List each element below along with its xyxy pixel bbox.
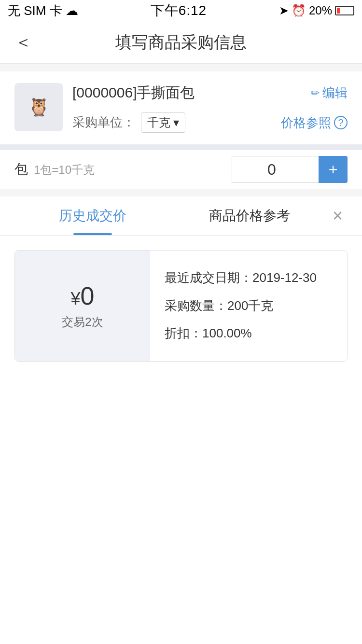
product-section: 🦉 [0000006]手撕面包 ✏ 编辑 采购单位： 千克 ▾: [0, 71, 362, 144]
price-card-left: ¥0 交易2次: [15, 251, 150, 361]
date-value: 2019-12-30: [252, 270, 317, 285]
unit-row: 采购单位： 千克 ▾ 价格参照 ?: [72, 112, 348, 133]
discount-value: 100.00%: [202, 326, 252, 340]
price-transactions: 交易2次: [62, 314, 103, 330]
edit-label: 编辑: [322, 84, 348, 101]
product-info: [0000006]手撕面包 ✏ 编辑 采购单位： 千克 ▾ 价格参照 ?: [72, 83, 348, 133]
tab-price-ref[interactable]: 商品价格参考: [171, 196, 327, 235]
page-rest: [0, 376, 362, 644]
chevron-down-icon: ▾: [173, 116, 179, 129]
card-area: ¥0 交易2次 最近成交日期：2019-12-30 采购数量：200千克 折扣：…: [0, 236, 362, 376]
page-title: 填写商品采购信息: [115, 31, 247, 54]
tab-history-label: 历史成交价: [59, 207, 126, 225]
detail-date-row: 最近成交日期：2019-12-30: [165, 268, 333, 288]
currency-symbol: ¥: [71, 289, 81, 308]
status-time: 下午6:12: [151, 1, 207, 20]
price-ref-icon: ?: [334, 116, 348, 129]
price-ref-button[interactable]: 价格参照 ?: [281, 114, 348, 131]
product-title: 手撕面包: [137, 84, 195, 100]
edit-icon: ✏: [311, 87, 320, 99]
tab-price-ref-label: 商品价格参考: [209, 207, 290, 225]
tab-active-indicator: [73, 233, 112, 235]
product-id: [0000006]: [72, 84, 137, 100]
quantity-label-area: 包 1包=10千克: [14, 160, 95, 179]
close-tab-button[interactable]: ×: [328, 206, 348, 226]
unit-label-area: 采购单位： 千克 ▾: [72, 112, 185, 133]
tab-bar: 历史成交价 商品价格参考 ×: [0, 196, 362, 236]
navigation-icon: ➤: [279, 4, 289, 17]
alarm-icon: ⏰: [292, 4, 306, 17]
status-bar: 无 SIM 卡 ☁ 下午6:12 ➤ ⏰ 20%: [0, 0, 362, 21]
back-button[interactable]: ＜: [14, 30, 32, 54]
quantity-conversion: 1包=10千克: [34, 162, 95, 178]
product-name: [0000006]手撕面包: [72, 83, 195, 103]
product-thumbnail: 🦉: [14, 83, 63, 131]
date-label: 最近成交日期：: [165, 270, 252, 285]
unit-value: 千克: [147, 115, 170, 130]
price-value: 0: [81, 282, 95, 310]
section-divider: [0, 144, 362, 150]
price-card: ¥0 交易2次 最近成交日期：2019-12-30 采购数量：200千克 折扣：…: [14, 250, 348, 362]
unit-label: 采购单位：: [72, 115, 135, 129]
qty-label: 采购数量：: [165, 298, 227, 313]
detail-discount-row: 折扣：100.00%: [165, 323, 333, 344]
quantity-input[interactable]: [232, 156, 319, 183]
product-row: 🦉 [0000006]手撕面包 ✏ 编辑 采购单位： 千克 ▾: [14, 83, 348, 133]
tab-history-price[interactable]: 历史成交价: [14, 196, 171, 235]
tab-section: 历史成交价 商品价格参考 × ¥0 交易2次 最近成交日期：2019-12-30…: [0, 196, 362, 376]
status-left: 无 SIM 卡 ☁: [8, 2, 78, 19]
quantity-section: 包 1包=10千克 +: [0, 150, 362, 189]
qty-value: 200千克: [227, 298, 273, 313]
edit-button[interactable]: ✏ 编辑: [311, 84, 348, 101]
unit-select[interactable]: 千克 ▾: [141, 112, 185, 133]
sim-status: 无 SIM 卡 ☁: [8, 2, 78, 19]
battery-percent: 20%: [309, 4, 332, 17]
price-card-right: 最近成交日期：2019-12-30 采购数量：200千克 折扣：100.00%: [150, 251, 347, 361]
quantity-control: +: [232, 156, 348, 183]
quantity-plus-button[interactable]: +: [319, 156, 348, 183]
status-right: ➤ ⏰ 20%: [279, 4, 354, 17]
product-header-row: [0000006]手撕面包 ✏ 编辑: [72, 83, 348, 103]
quantity-unit: 包: [14, 160, 28, 179]
detail-qty-row: 采购数量：200千克: [165, 296, 333, 316]
header: ＜ 填写商品采购信息: [0, 21, 362, 64]
battery-icon: [335, 6, 354, 15]
discount-label: 折扣：: [165, 326, 202, 340]
price-ref-label: 价格参照: [281, 114, 331, 131]
product-logo-icon: 🦉: [28, 97, 50, 117]
price-amount: ¥0: [71, 281, 95, 310]
